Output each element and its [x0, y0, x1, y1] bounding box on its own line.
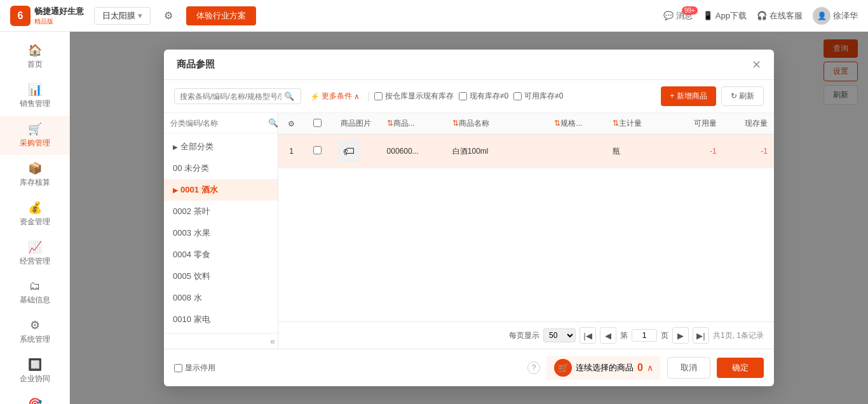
- category-search-input[interactable]: [170, 119, 266, 128]
- cat-item-label: 0010 家电: [173, 314, 210, 325]
- row-name: 白酒100ml: [446, 135, 548, 168]
- sidebar-item-label: 采购管理: [20, 138, 50, 149]
- inventory-icon: 📦: [28, 161, 42, 175]
- modal-body: 🔍 ▶ 全部分类 00 未分类 ▶: [164, 113, 774, 349]
- cat-item-7[interactable]: 0010 家电: [164, 309, 278, 330]
- sidebar-item-label: 经营管理: [20, 256, 50, 267]
- cancel-button[interactable]: 取消: [667, 357, 710, 379]
- search-input[interactable]: [180, 92, 281, 101]
- sidebar-item-basic[interactable]: 🗂 基础信息: [0, 273, 69, 312]
- page-prev-button[interactable]: ◀: [600, 327, 616, 344]
- cart-collapse-icon[interactable]: ∧: [647, 363, 653, 373]
- row-checkbox[interactable]: [313, 146, 322, 154]
- col-avail-header: 可用量: [657, 113, 722, 135]
- page-next-button[interactable]: ▶: [672, 327, 689, 344]
- content-area: 查询 设置 刷新 商品参照 ✕ 🔍 ⚡: [70, 32, 868, 404]
- sidebar-item-system[interactable]: ⚙ 系统管理: [0, 312, 69, 351]
- row-spec: [548, 135, 606, 168]
- table-row[interactable]: 1 🏷 000600... 白酒100ml: [278, 135, 774, 168]
- select-all-checkbox[interactable]: [313, 119, 322, 127]
- filter-arrow-icon: ∧: [354, 92, 360, 101]
- avail-stock-checkbox[interactable]: [513, 92, 522, 100]
- page-size-select[interactable]: 50 10 20 100: [543, 328, 576, 342]
- cat-item-0[interactable]: 00 未分类: [164, 158, 278, 179]
- modal-toolbar: 🔍 ⚡ 更多条件 ∧ 按仓库显示现有库存 现有库存≠0: [164, 80, 774, 113]
- pagination-bar: 每页显示 50 10 20 100 |◀ ◀ 第 页: [278, 321, 774, 349]
- row-num: 1: [278, 135, 304, 168]
- dropdown-label: 日太阳膜: [102, 10, 135, 22]
- msg-item[interactable]: 💬 消息 99+: [663, 10, 693, 22]
- page-last-button[interactable]: ▶|: [693, 327, 709, 344]
- cat-item-6[interactable]: 0008 水: [164, 287, 278, 309]
- table-panel: ⚙ 商品图片 ⇅商品...: [278, 113, 774, 349]
- user-item[interactable]: 👤 徐泽华: [813, 7, 858, 25]
- table-settings-icon[interactable]: ⚙: [288, 119, 295, 128]
- exp-button[interactable]: 体验行业方案: [186, 6, 256, 25]
- footer-right: ? 🛒 连续选择的商品 0 ∧ 取消 确定: [527, 356, 764, 380]
- show-disabled-checkbox[interactable]: [174, 364, 182, 372]
- cat-item-all[interactable]: ▶ 全部分类: [164, 136, 278, 158]
- sidebar-item-finance[interactable]: 💰 资金管理: [0, 194, 69, 234]
- app-icon: 📱: [703, 11, 713, 20]
- top-nav: 6 畅捷通好生意 精品版 日太阳膜 ▾ ⚙ 体验行业方案 💬 消息 99+ 📱 …: [0, 0, 868, 32]
- sidebar-item-inventory[interactable]: 📦 库存核算: [0, 155, 69, 194]
- nav-dropdown[interactable]: 日太阳膜 ▾: [94, 7, 151, 25]
- sort-icon: ⇅: [613, 119, 619, 128]
- system-icon: ⚙: [30, 318, 40, 332]
- col-stock-header: 现存量: [723, 113, 774, 135]
- category-panel: 🔍 ▶ 全部分类 00 未分类 ▶: [164, 113, 278, 349]
- app-item[interactable]: 📱 App下载: [703, 10, 747, 22]
- service-item[interactable]: 🎧 在线客服: [757, 10, 803, 22]
- row-stock: -1: [723, 135, 774, 168]
- warehouse-stock-checkbox[interactable]: [374, 92, 383, 100]
- finance-icon: 💰: [28, 201, 42, 215]
- cat-item-label: 00 未分类: [173, 163, 209, 174]
- category-search: 🔍: [164, 113, 278, 133]
- modal-close-icon[interactable]: ✕: [752, 59, 761, 71]
- current-stock-checkbox[interactable]: [459, 92, 467, 100]
- sidebar-item-enterprise[interactable]: 🔲 企业协同: [0, 351, 69, 391]
- dropdown-arrow-icon: ▾: [138, 11, 142, 20]
- cat-item-5[interactable]: 0005 饮料: [164, 266, 278, 287]
- filter-label: 更多条件: [322, 91, 352, 102]
- search-wrap: 🔍: [174, 88, 301, 104]
- cat-item-1[interactable]: ▶ 0001 酒水: [164, 179, 278, 201]
- sidebar-item-label: 基础信息: [20, 295, 50, 306]
- checkbox-current-stock[interactable]: 现有库存≠0: [459, 91, 508, 102]
- sidebar-item-purchase[interactable]: 🛒 采购管理: [0, 116, 69, 155]
- sidebar-item-label: 库存核算: [20, 177, 50, 188]
- filter-button[interactable]: ⚡ 更多条件 ∧: [306, 88, 363, 104]
- sidebar-item-sales[interactable]: 📊 销售管理: [0, 76, 69, 116]
- refresh-modal-button[interactable]: ↻ 刷新: [721, 86, 764, 106]
- modal-footer: 显示停用 ? 🛒 连续选择的商品 0 ∧ 取消 确定: [164, 349, 774, 386]
- page-info: 共1页, 1条记录: [713, 330, 764, 341]
- cat-item-label: 0001 酒水: [180, 184, 218, 196]
- cat-item-4[interactable]: 0004 零食: [164, 244, 278, 266]
- col-name-header: ⇅商品名称: [446, 113, 548, 135]
- sidebar-item-guide[interactable]: 🎯 新手引导: [0, 391, 69, 404]
- show-disabled-checkbox-wrap[interactable]: 显示停用: [174, 363, 215, 374]
- sidebar-item-home[interactable]: 🏠 首页: [0, 37, 69, 76]
- logo-area: 6 畅捷通好生意 精品版: [10, 6, 86, 26]
- checkbox-warehouse-stock[interactable]: 按仓库显示现有库存: [374, 91, 454, 102]
- help-icon[interactable]: ?: [527, 361, 540, 374]
- warehouse-stock-label: 按仓库显示现有库存: [385, 91, 454, 102]
- basic-icon: 🗂: [29, 279, 41, 293]
- cart-icon: 🛒: [554, 359, 572, 377]
- page-first-button[interactable]: |◀: [580, 327, 596, 344]
- cat-item-2[interactable]: 0002 茶叶: [164, 201, 278, 222]
- cat-expand-icon: ▶: [173, 144, 178, 151]
- page-number-input[interactable]: [632, 329, 657, 342]
- checkbox-avail-stock[interactable]: 可用库存≠0: [513, 91, 563, 102]
- toolbar-right: + 新增商品 ↻ 刷新: [661, 86, 764, 106]
- cat-item-label: 0003 水果: [173, 227, 210, 239]
- collapse-icon[interactable]: «: [270, 336, 275, 346]
- main-layout: 🏠 首页 📊 销售管理 🛒 采购管理 📦 库存核算 💰 资金管理 📈 经营管理 …: [0, 32, 868, 404]
- cat-item-3[interactable]: 0003 水果: [164, 222, 278, 244]
- settings-icon[interactable]: ⚙: [158, 6, 179, 26]
- filter-icon: ⚡: [310, 92, 320, 101]
- page-label: 第: [620, 330, 628, 341]
- sidebar-item-operations[interactable]: 📈 经营管理: [0, 234, 69, 273]
- add-product-button[interactable]: + 新增商品: [661, 86, 715, 106]
- confirm-button[interactable]: 确定: [717, 358, 764, 378]
